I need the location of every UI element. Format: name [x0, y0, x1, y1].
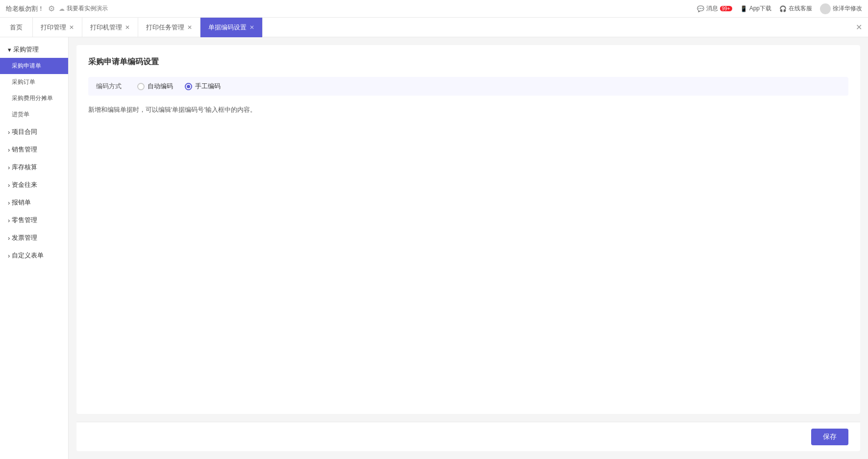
- main-layout: ▾ 采购管理 采购申请单 采购订单 采购费用分摊单 进货单 › 项目合同: [0, 37, 868, 459]
- tab-print-task-label: 打印任务管理: [146, 23, 184, 32]
- cloud-icon: ☁: [59, 5, 65, 12]
- encoding-row: 编码方式 自动编码 手工编码: [88, 77, 848, 96]
- tab-bar-close-button[interactable]: ✕: [856, 23, 862, 32]
- auto-encoding-radio[interactable]: [137, 83, 145, 90]
- message-action[interactable]: 💬 消息 99+: [697, 4, 732, 13]
- capital-label: 资金往来: [12, 180, 37, 189]
- message-badge: 99+: [720, 6, 732, 11]
- tab-barcode-setting-close[interactable]: ✕: [249, 24, 254, 31]
- sidebar-group-returns: › 报销单: [0, 194, 68, 211]
- sidebar-group-returns-title[interactable]: › 报销单: [0, 194, 68, 211]
- user-info[interactable]: 徐泽华修改: [820, 3, 862, 14]
- sidebar-group-inventory: › 库存核算: [0, 159, 68, 176]
- sidebar-item-purchase-request[interactable]: 采购申请单: [0, 58, 68, 74]
- sidebar-group-retail: › 零售管理: [0, 212, 68, 229]
- top-bar-left: 给老板勿割！ ⚙ ☁ 我要看实例演示: [6, 4, 108, 13]
- message-label: 消息: [706, 4, 718, 13]
- sidebar-group-invoice: › 发票管理: [0, 230, 68, 246]
- invoice-arrow: ›: [8, 234, 10, 242]
- top-bar: 给老板勿割！ ⚙ ☁ 我要看实例演示 💬 消息 99+ 📱 App下载 🎧 在线…: [0, 0, 868, 18]
- sidebar-group-purchase: ▾ 采购管理 采购申请单 采购订单 采购费用分摊单 进货单: [0, 41, 68, 123]
- manual-encoding-radio[interactable]: [185, 83, 192, 90]
- purchase-order-label: 采购订单: [12, 78, 35, 85]
- sidebar-group-project-contract-title[interactable]: › 项目合同: [0, 124, 68, 140]
- goods-receipt-label: 进货单: [12, 111, 29, 118]
- content-inner: 采购申请单编码设置 编码方式 自动编码 手工编码 新增和编辑单据时，可以编辑'单…: [76, 45, 860, 414]
- sidebar-group-retail-title[interactable]: › 零售管理: [0, 212, 68, 229]
- tab-bar: 首页 打印管理 ✕ 打印机管理 ✕ 打印任务管理 ✕ 单据编码设置 ✕ ✕: [0, 18, 868, 37]
- sidebar-item-purchase-order[interactable]: 采购订单: [0, 74, 68, 90]
- hint-text: 新增和编辑单据时，可以编辑'单据编码号'输入框中的内容。: [88, 105, 848, 114]
- auto-encoding-label: 自动编码: [148, 82, 173, 91]
- top-bar-right: 💬 消息 99+ 📱 App下载 🎧 在线客服 徐泽华修改: [697, 3, 862, 14]
- returns-arrow: ›: [8, 199, 10, 206]
- custom-form-label: 自定义表单: [12, 251, 44, 260]
- retail-arrow: ›: [8, 217, 10, 224]
- custom-form-arrow: ›: [8, 252, 10, 259]
- inventory-arrow: ›: [8, 164, 10, 171]
- sales-arrow: ›: [8, 146, 10, 153]
- tab-printer-mgmt-close[interactable]: ✕: [125, 24, 130, 31]
- sidebar-group-capital: › 资金往来: [0, 177, 68, 193]
- purchase-request-label: 采购申请单: [12, 62, 41, 69]
- invoice-label: 发票管理: [12, 233, 37, 242]
- demo-label: 我要看实例演示: [67, 4, 108, 13]
- purchase-label: 采购管理: [13, 45, 39, 54]
- tab-print-task[interactable]: 打印任务管理 ✕: [138, 18, 200, 37]
- tab-barcode-setting-label: 单据编码设置: [208, 23, 247, 32]
- encoding-label: 编码方式: [96, 82, 122, 91]
- tab-home[interactable]: 首页: [0, 18, 33, 37]
- sidebar-group-invoice-title[interactable]: › 发票管理: [0, 230, 68, 246]
- service-icon: 🎧: [779, 5, 787, 12]
- settings-icon[interactable]: ⚙: [48, 4, 55, 13]
- project-label: 项目合同: [12, 128, 37, 136]
- sidebar: ▾ 采购管理 采购申请单 采购订单 采购费用分摊单 进货单 › 项目合同: [0, 37, 69, 459]
- app-icon: 📱: [740, 5, 747, 12]
- purchase-collapse-arrow: ▾: [8, 46, 11, 53]
- sidebar-group-project-contract: › 项目合同: [0, 124, 68, 140]
- capital-arrow: ›: [8, 181, 10, 189]
- customer-service-action[interactable]: 🎧 在线客服: [779, 4, 812, 13]
- sidebar-group-capital-title[interactable]: › 资金往来: [0, 177, 68, 193]
- project-arrow: ›: [8, 128, 10, 136]
- app-title: 给老板勿割！: [6, 4, 44, 13]
- sidebar-item-purchase-expense[interactable]: 采购费用分摊单: [0, 90, 68, 106]
- tab-print-mgmt-label: 打印管理: [41, 23, 66, 32]
- sidebar-group-sales-title[interactable]: › 销售管理: [0, 141, 68, 158]
- tab-printer-mgmt-label: 打印机管理: [90, 23, 122, 32]
- service-label: 在线客服: [789, 4, 812, 13]
- sidebar-group-custom-form: › 自定义表单: [0, 247, 68, 264]
- auto-encoding-option[interactable]: 自动编码: [137, 82, 173, 91]
- tab-home-label: 首页: [10, 23, 23, 32]
- avatar: [820, 3, 831, 14]
- sidebar-group-sales: › 销售管理: [0, 141, 68, 158]
- returns-label: 报销单: [12, 198, 31, 207]
- message-icon: 💬: [697, 5, 704, 12]
- tab-printer-mgmt[interactable]: 打印机管理 ✕: [82, 18, 138, 37]
- retail-label: 零售管理: [12, 216, 37, 225]
- sidebar-group-custom-form-title[interactable]: › 自定义表单: [0, 247, 68, 264]
- content-footer: 保存: [76, 422, 860, 451]
- manual-encoding-option[interactable]: 手工编码: [185, 82, 221, 91]
- sales-label: 销售管理: [12, 145, 37, 154]
- page-title: 采购申请单编码设置: [88, 57, 848, 67]
- manual-encoding-label: 手工编码: [195, 82, 221, 91]
- inventory-label: 库存核算: [12, 163, 37, 172]
- tab-barcode-setting[interactable]: 单据编码设置 ✕: [200, 18, 263, 37]
- tab-print-task-close[interactable]: ✕: [187, 24, 192, 31]
- user-name: 徐泽华修改: [833, 4, 862, 13]
- sidebar-item-goods-receipt[interactable]: 进货单: [0, 106, 68, 123]
- sidebar-group-purchase-title[interactable]: ▾ 采购管理: [0, 41, 68, 58]
- tab-print-mgmt-close[interactable]: ✕: [69, 24, 74, 31]
- purchase-expense-label: 采购费用分摊单: [12, 95, 53, 102]
- app-download-action[interactable]: 📱 App下载: [740, 4, 771, 13]
- content-area: 采购申请单编码设置 编码方式 自动编码 手工编码 新增和编辑单据时，可以编辑'单…: [69, 37, 868, 459]
- app-label: App下载: [749, 4, 771, 13]
- tab-print-mgmt[interactable]: 打印管理 ✕: [33, 18, 82, 37]
- demo-link[interactable]: ☁ 我要看实例演示: [59, 4, 108, 13]
- sidebar-group-inventory-title[interactable]: › 库存核算: [0, 159, 68, 176]
- save-button[interactable]: 保存: [811, 429, 848, 445]
